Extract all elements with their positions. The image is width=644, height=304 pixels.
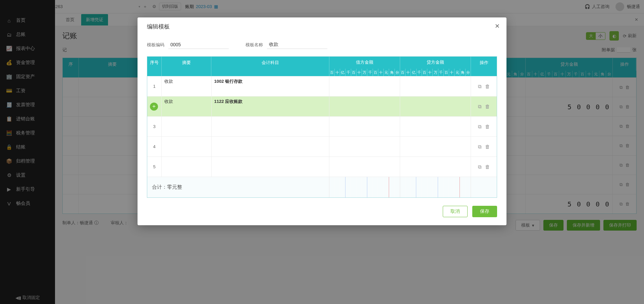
- modal-overlay: [0, 0, 644, 13]
